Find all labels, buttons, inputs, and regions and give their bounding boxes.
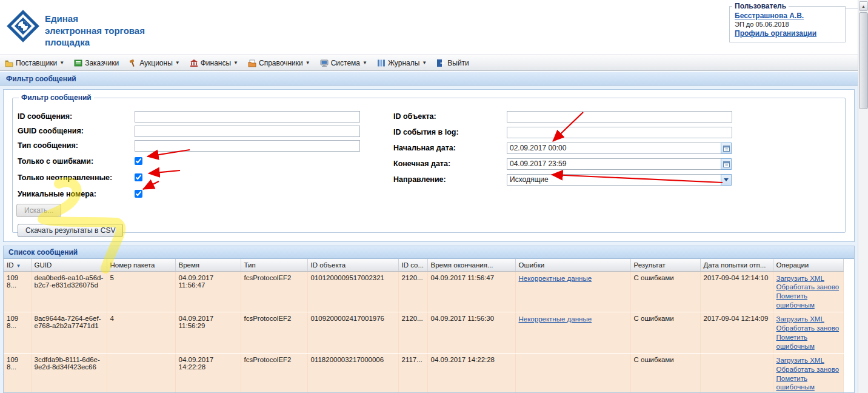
only-errors-checkbox[interactable] [135, 157, 142, 165]
cell-type: fcsProtocolEF2 [241, 354, 307, 393]
cell-errors [515, 354, 630, 393]
only-unsent-label: Только неотправленные: [18, 173, 135, 182]
column-header-guid[interactable]: GUID [31, 259, 107, 271]
cell-end-time: 04.09.2017 11:56:47 [427, 271, 515, 312]
direction-select[interactable] [507, 174, 721, 186]
unique-numbers-checkbox[interactable] [135, 190, 142, 198]
menu-item-auctions[interactable]: Аукционы ▼ [129, 59, 180, 67]
brand-title-line2: электронная торговая [45, 25, 145, 37]
message-type-label: Тип сообщения: [18, 141, 135, 150]
column-header-object-id[interactable]: ID объекта [307, 259, 398, 271]
auction-hammer-icon [129, 59, 137, 67]
table-header-row: ID▼ GUID Номер пакета Время Тип ID объек… [4, 259, 843, 271]
vertical-scrollbar[interactable]: ▲ [858, 0, 868, 393]
menu-item-label: Справочники [259, 59, 303, 67]
cell-guid: dea0bed6-ea10-a56d-b2c7-e831d326075d [31, 271, 107, 312]
column-header-errors[interactable]: Ошибки [515, 259, 630, 271]
menu-item-suppliers[interactable]: Поставщики ▼ [5, 59, 64, 67]
table-row: 1098... 8ac9644a-7264-e6ef-e768-a2b2a774… [4, 312, 843, 354]
column-header-event-id[interactable]: ID со... [398, 259, 427, 271]
reprocess-link[interactable]: Обработать заново [776, 324, 840, 333]
cell-event-id: 2117... [398, 354, 427, 393]
cell-attempt-date [700, 354, 773, 393]
cell-guid: 3cdfda9b-8111-6d6e-9e2d-8d34f423ec66 [31, 354, 107, 393]
error-details-link[interactable]: Некорректные данные [519, 315, 627, 324]
user-panel: Пользователь Бесстрашнова А.В. ЭП до 05.… [729, 6, 846, 42]
column-header-operations[interactable]: Операции [773, 259, 843, 271]
menu-item-directories[interactable]: Справочники ▼ [248, 59, 310, 67]
menu-item-system[interactable]: Система ▼ [320, 59, 367, 67]
brand-title: Единая электронная торговая площадка [45, 13, 145, 49]
menu-item-customers[interactable]: Заказчики [74, 59, 119, 67]
field-end-date: Конечная дата: [393, 156, 757, 171]
end-date-calendar-icon[interactable] [721, 158, 732, 170]
load-xml-link[interactable]: Загрузить XML [776, 315, 840, 324]
customers-icon [74, 59, 82, 67]
menu-item-label: Поставщики [16, 59, 57, 67]
field-start-date: Начальная дата: [393, 141, 757, 155]
end-date-input[interactable] [507, 158, 721, 170]
column-header-type[interactable]: Тип [241, 259, 307, 271]
field-object-id: ID объекта: [393, 109, 757, 124]
system-monitor-icon [320, 59, 329, 67]
cell-time: 04.09.2017 14:22:28 [175, 354, 241, 393]
load-xml-link[interactable]: Загрузить XML [776, 356, 840, 365]
main-menu: Поставщики ▼ Заказчики Аукционы ▼ Финанс… [0, 55, 858, 71]
only-errors-label: Только с ошибками: [18, 157, 135, 166]
column-header-attempt-date[interactable]: Дата попытки отп... [700, 259, 773, 271]
scroll-up-icon[interactable]: ▲ [859, 1, 868, 11]
mark-error-link[interactable]: Пометить ошибочным [776, 333, 840, 351]
cell-result: С ошибками [630, 312, 700, 354]
chevron-down-icon: ▼ [422, 60, 427, 66]
cell-packet: 4 [107, 312, 175, 354]
search-button[interactable]: Искать... [16, 204, 61, 217]
cell-end-time: 04.09.2017 14:22:28 [427, 354, 515, 393]
cell-type: fcsProtocolEF2 [241, 312, 307, 354]
reprocess-link[interactable]: Обработать заново [776, 283, 840, 292]
download-csv-button[interactable]: Скачать результаты в CSV [18, 224, 123, 237]
cell-operations: Загрузить XML Обработать заново Пометить… [773, 354, 843, 393]
user-name-link[interactable]: Бесстрашнова А.В. [735, 12, 840, 20]
org-profile-link[interactable]: Профиль организации [735, 29, 840, 38]
column-header-end-time[interactable]: Время окончания... [427, 259, 515, 271]
error-details-link[interactable]: Некорректные данные [519, 274, 627, 283]
menu-item-label: Выйти [447, 59, 469, 67]
etp-logo[interactable] [6, 9, 41, 44]
start-date-input[interactable] [507, 143, 721, 154]
filter-left-column: ID сообщения: GUID сообщения: Тип сообще… [18, 109, 381, 202]
column-header-id[interactable]: ID▼ [4, 259, 31, 271]
filter-legend: Фильтр сообщений [19, 93, 94, 102]
start-date-calendar-icon[interactable] [721, 143, 732, 154]
object-id-input[interactable] [507, 111, 732, 123]
mark-error-link[interactable]: Пометить ошибочным [776, 292, 840, 309]
message-guid-input[interactable] [135, 126, 360, 137]
reprocess-link[interactable]: Обработать заново [776, 365, 840, 374]
field-unique-numbers: Уникальные номера: [18, 186, 381, 202]
menu-item-exit[interactable]: Выйти [436, 59, 469, 67]
message-type-input[interactable] [135, 140, 360, 152]
field-log-event-id: ID события в log: [393, 125, 757, 139]
menu-item-finances[interactable]: Финансы ▼ [190, 59, 238, 67]
cell-result: С ошибками [630, 271, 700, 312]
cell-packet: 5 [107, 271, 175, 312]
cell-id: 1098... [4, 312, 31, 354]
etp-logo-icon [6, 9, 40, 43]
chevron-down-icon: ▼ [175, 60, 180, 66]
menu-item-label: Система [331, 59, 360, 67]
column-header-packet[interactable]: Номер пакета [107, 259, 175, 271]
cell-object-id: 0101200009517002321 [307, 271, 398, 312]
mark-error-link[interactable]: Пометить ошибочным [776, 374, 840, 392]
cell-id: 1098... [4, 271, 31, 312]
load-xml-link[interactable]: Загрузить XML [776, 274, 840, 283]
column-header-result[interactable]: Результат [630, 259, 700, 271]
scrollbar-thumb[interactable] [859, 12, 868, 109]
message-id-label: ID сообщения: [18, 112, 135, 121]
cell-errors: Некорректные данные [515, 312, 630, 354]
column-header-time[interactable]: Время [175, 259, 241, 271]
menu-item-journals[interactable]: Журналы ▼ [377, 59, 427, 67]
message-guid-label: GUID сообщения: [18, 127, 135, 135]
only-unsent-checkbox[interactable] [135, 173, 142, 181]
message-id-input[interactable] [135, 111, 360, 123]
log-event-id-input[interactable] [507, 127, 732, 138]
direction-dropdown-icon[interactable] [721, 174, 732, 186]
